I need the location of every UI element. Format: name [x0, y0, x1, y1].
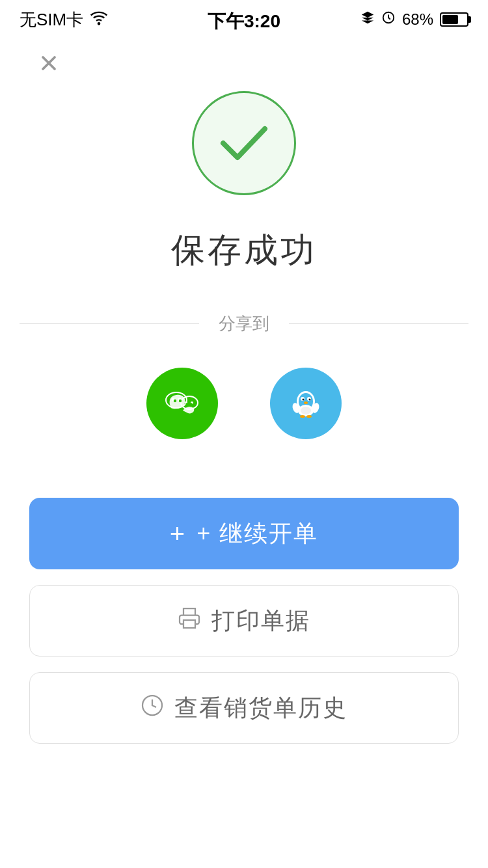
wifi-icon: [90, 8, 108, 31]
share-divider: 分享到: [0, 312, 488, 335]
svg-point-25: [300, 415, 305, 418]
share-label: 分享到: [219, 312, 269, 335]
status-time: 下午3:20: [208, 9, 280, 34]
svg-point-20: [304, 401, 308, 404]
svg-point-10: [174, 400, 176, 402]
history-button[interactable]: 查看销货单历史: [29, 672, 459, 744]
print-label: 打印单据: [211, 605, 310, 637]
print-button[interactable]: 打印单据: [29, 585, 459, 657]
svg-point-18: [303, 399, 305, 401]
carrier-text: 无SIM卡: [20, 8, 83, 31]
qq-icon: [286, 383, 326, 424]
close-button[interactable]: [33, 47, 65, 79]
history-label: 查看销货单历史: [174, 692, 347, 724]
success-circle: [192, 91, 296, 195]
divider-right: [289, 323, 468, 324]
share-icons: [146, 368, 342, 439]
svg-point-12: [185, 403, 188, 405]
svg-point-19: [309, 399, 311, 401]
status-bar: 无SIM卡 下午3:20 68%: [0, 0, 488, 39]
qq-share-button[interactable]: [270, 368, 342, 439]
svg-rect-27: [183, 620, 195, 628]
status-right: 68%: [360, 10, 468, 29]
history-icon: [141, 694, 164, 723]
battery-icon: [440, 12, 468, 27]
svg-point-13: [190, 403, 193, 405]
svg-point-26: [306, 415, 312, 418]
svg-point-22: [301, 407, 311, 414]
wechat-share-button[interactable]: [146, 368, 218, 439]
action-buttons: + + 继续开单 打印单据 查看销货单历史: [29, 498, 459, 744]
battery-text: 68%: [402, 10, 433, 29]
status-left: 无SIM卡: [20, 8, 108, 31]
alarm-icon: [381, 10, 396, 29]
divider-left: [20, 323, 199, 324]
print-icon: [178, 606, 201, 636]
checkmark-icon: [218, 124, 270, 163]
continue-label: + 继续开单: [197, 518, 318, 550]
main-content: 保存成功 分享到: [0, 39, 488, 744]
svg-point-11: [179, 400, 182, 402]
svg-point-0: [98, 23, 100, 24]
location-icon: [360, 10, 375, 29]
share-section: 分享到: [0, 312, 488, 439]
success-title: 保存成功: [171, 228, 317, 273]
wechat-icon: [162, 383, 202, 424]
continue-button[interactable]: + + 继续开单: [29, 498, 459, 569]
plus-icon: +: [170, 519, 186, 549]
